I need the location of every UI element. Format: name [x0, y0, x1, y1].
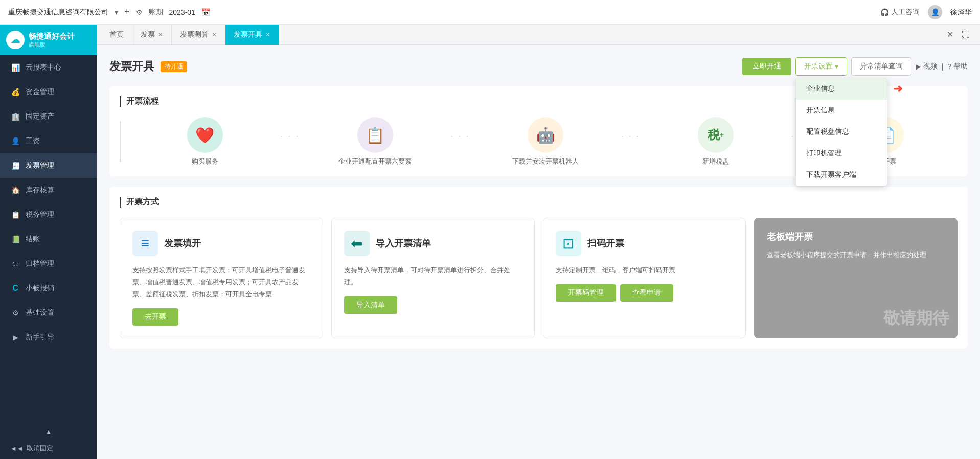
tab-invoice-open-close[interactable]: ✕: [265, 31, 270, 38]
page-title-area: 发票开具 待开通 立即开通 开票设置 ▾: [109, 57, 968, 76]
settlement-icon: 📗: [10, 234, 20, 244]
help-icon: ?: [947, 62, 951, 71]
tab-close-all-btn[interactable]: ✕: [945, 28, 955, 41]
flow-connector-2: · · ·: [447, 132, 474, 141]
boss-desc: 查看老板端小程序提交的开票申请，并作出相应的处理: [767, 249, 945, 261]
fill-btn-wrapper: 去开票: [132, 308, 310, 326]
flow-step-icon-1: ❤️: [187, 117, 223, 153]
invoice-settings-btn[interactable]: 开票设置 ▾: [795, 57, 847, 76]
logo-icon: ☁: [6, 31, 25, 49]
import-title: 导入开票清单: [376, 237, 431, 249]
sidebar-item-label: 基础设置: [26, 308, 54, 317]
flow-step-label-4: 新增税盘: [702, 157, 729, 166]
method-card-import: ⬅ 导入开票清单 支持导入待开票清单，可对待开票清单进行拆分、合并处理。 导入清…: [331, 218, 535, 338]
sidebar-item-cloud-report[interactable]: 📊 云报表中心: [0, 55, 97, 80]
activate-btn[interactable]: 立即开通: [742, 58, 791, 75]
dropdown-printer[interactable]: 打印机管理: [796, 143, 887, 164]
sidebar-nav: 📊 云报表中心 💰 资金管理 🏢 固定资产 👤 工资 🧾 发票管理: [0, 55, 97, 426]
method-card-boss: 老板端开票 查看老板端小程序提交的开票申请，并作出相应的处理 敬请期待: [754, 218, 958, 338]
sidebar-item-payroll[interactable]: 👤 工资: [0, 129, 97, 153]
dropdown-invoice-info[interactable]: 开票信息: [796, 100, 887, 121]
sidebar-item-report[interactable]: C 小畅报销: [0, 276, 97, 301]
sidebar-item-fixed-assets[interactable]: 🏢 固定资产: [0, 104, 97, 129]
period-value: 2023-01: [169, 8, 195, 16]
sidebar-item-label: 工资: [26, 136, 40, 146]
import-icon: ⬅: [344, 231, 370, 256]
period-label: 账期: [149, 8, 163, 17]
flow-step-icon-3: 🤖: [528, 117, 563, 153]
sidebar-item-settings[interactable]: ⚙ 基础设置: [0, 301, 97, 325]
sidebar-item-label: 资金管理: [26, 87, 54, 97]
dropdown-arrow[interactable]: ▾: [115, 8, 118, 16]
method-card-import-header: ⬅ 导入开票清单: [344, 231, 522, 256]
tab-invoice-test[interactable]: 发票测算 ✕: [172, 25, 225, 45]
sidebar-bottom-pin[interactable]: ◄◄ 取消固定: [0, 438, 97, 459]
tax-icon: 📋: [10, 210, 20, 220]
anomaly-btn[interactable]: 异常清单查询: [851, 57, 911, 76]
settings-icon[interactable]: ⚙: [136, 8, 143, 16]
tab-invoice-test-close[interactable]: ✕: [212, 31, 217, 38]
flow-step-label-2: 企业开通配置开票六要素: [338, 157, 412, 166]
dropdown-tax-config[interactable]: 配置税盘信息: [796, 121, 887, 143]
payroll-icon: 👤: [10, 136, 20, 146]
headset-icon: 🎧: [880, 8, 889, 16]
add-company-btn[interactable]: +: [124, 7, 130, 17]
logo-text: 畅捷通好会计: [29, 32, 75, 41]
method-card-scan-header: ⊡ 扫码开票: [556, 231, 734, 256]
dropdown-company-info[interactable]: 企业信息 ➜: [796, 78, 887, 100]
methods-section-title: 开票方式: [120, 197, 958, 208]
method-cards: ≡ 发票填开 支持按照发票样式手工填开发票；可开具增值税电子普通发票、增值税普通…: [120, 218, 958, 338]
method-card-fill-header: ≡ 发票填开: [132, 231, 310, 256]
sidebar-item-archive[interactable]: 🗂 归档管理: [0, 251, 97, 276]
calendar-icon[interactable]: 📅: [201, 8, 210, 16]
fill-goto-btn[interactable]: 去开票: [132, 308, 178, 326]
fill-title: 发票填开: [164, 237, 201, 249]
tab-expand-btn[interactable]: ⛶: [960, 28, 972, 41]
settings-nav-icon: ⚙: [10, 308, 20, 318]
flow-step-4: 税+ 新增税盘: [644, 117, 787, 166]
separator: |: [942, 62, 944, 71]
page-heading: 发票开具: [109, 59, 154, 74]
flow-step-1: ❤️ 购买服务: [133, 117, 277, 166]
sidebar-item-inventory[interactable]: 🏠 库存核算: [0, 178, 97, 202]
page-actions: 立即开通 开票设置 ▾ 企业信息 ➜: [742, 57, 968, 76]
username: 徐泽华: [950, 8, 972, 17]
flow-step-2: 📋 企业开通配置开票六要素: [304, 117, 447, 166]
scan-qr-btn[interactable]: 开票码管理: [556, 284, 616, 302]
tab-invoice[interactable]: 发票 ✕: [132, 25, 172, 45]
support-btn[interactable]: 🎧 人工咨询: [880, 8, 920, 17]
page-title: 发票开具 待开通: [109, 59, 187, 74]
pending-badge: 待开通: [161, 61, 187, 72]
tab-invoice-close[interactable]: ✕: [158, 31, 163, 38]
sidebar-item-invoice[interactable]: 🧾 发票管理: [0, 153, 97, 178]
boss-title: 老板端开票: [767, 231, 945, 243]
sidebar-item-guide[interactable]: ▶ 新手引导: [0, 325, 97, 350]
flow-step-3: 🤖 下载并安装开票机器人: [474, 117, 617, 166]
sidebar-item-label: 云报表中心: [26, 63, 61, 72]
flow-step-label-1: 购买服务: [192, 157, 218, 166]
tab-home[interactable]: 首页: [101, 25, 132, 45]
sidebar-item-label: 固定资产: [26, 112, 54, 121]
tab-bar: 首页 发票 ✕ 发票测算 ✕ 发票开具 ✕ ✕ ⛶: [97, 25, 980, 45]
scan-view-btn[interactable]: 查看申请: [620, 284, 673, 302]
sidebar-item-label: 结账: [26, 235, 40, 244]
sidebar-item-label: 新手引导: [26, 333, 54, 342]
import-btn-wrapper: 导入清单: [344, 296, 522, 314]
sidebar-item-settlement[interactable]: 📗 结账: [0, 227, 97, 251]
sidebar-item-funds[interactable]: 💰 资金管理: [0, 80, 97, 104]
flow-step-icon-4: 税+: [698, 117, 734, 153]
scroll-indicator: ▲: [0, 426, 97, 438]
import-btn[interactable]: 导入清单: [344, 296, 397, 314]
method-card-scan: ⊡ 扫码开票 支持定制开票二维码，客户端可扫码开票 开票码管理 查看申请: [543, 218, 746, 338]
scan-title: 扫码开票: [587, 237, 624, 249]
guide-icon: ▶: [10, 332, 20, 342]
video-btn[interactable]: ▶ 视频: [916, 62, 938, 71]
help-btn[interactable]: ? 帮助: [947, 62, 968, 71]
sidebar-item-tax[interactable]: 📋 税务管理: [0, 202, 97, 227]
company-name: 重庆畅捷交通信息咨询有限公司: [8, 8, 108, 17]
red-arrow-icon: ➜: [893, 82, 902, 96]
sidebar-item-label: 库存核算: [26, 186, 54, 195]
dropdown-download[interactable]: 下载开票客户端: [796, 164, 887, 186]
tab-invoice-open[interactable]: 发票开具 ✕: [225, 25, 279, 45]
fill-icon: ≡: [132, 231, 158, 256]
